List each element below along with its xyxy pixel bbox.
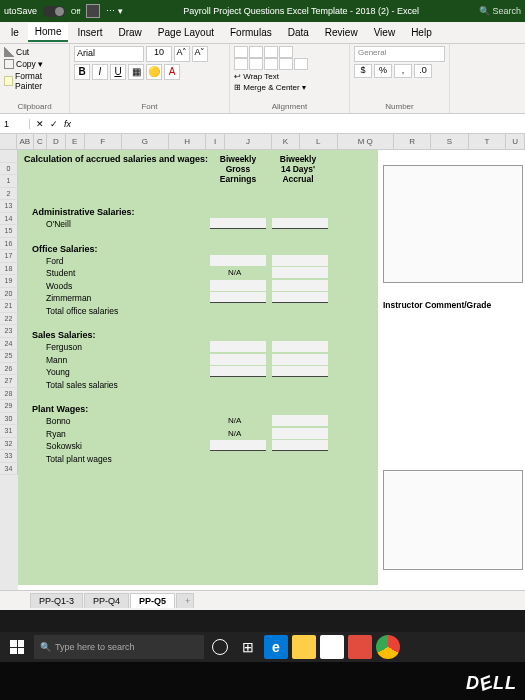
col-header[interactable]: S <box>431 134 468 149</box>
cell-input[interactable] <box>272 354 328 365</box>
tab-insert[interactable]: Insert <box>70 24 109 41</box>
fill-color-button[interactable]: 🟡 <box>146 64 162 80</box>
italic-button[interactable]: I <box>92 64 108 80</box>
sheet-tab[interactable]: PP-Q4 <box>84 593 129 608</box>
cell-input[interactable] <box>272 292 328 303</box>
row-header[interactable]: 0 <box>0 163 18 176</box>
search-button[interactable]: 🔍 Search <box>479 6 521 16</box>
edge-icon[interactable]: e <box>264 635 288 659</box>
save-icon[interactable] <box>86 4 100 18</box>
row-header[interactable]: 27 <box>0 375 18 388</box>
store-icon[interactable] <box>320 635 344 659</box>
row-header[interactable] <box>0 150 18 163</box>
col-header[interactable]: K <box>272 134 300 149</box>
tab-draw[interactable]: Draw <box>112 24 149 41</box>
explorer-icon[interactable] <box>292 635 316 659</box>
cell-input[interactable] <box>272 218 328 229</box>
row-header[interactable]: 22 <box>0 313 18 326</box>
autosave-toggle[interactable] <box>43 6 65 17</box>
add-sheet-button[interactable]: + <box>176 593 194 608</box>
cell-input[interactable] <box>210 292 266 303</box>
row-header[interactable]: 32 <box>0 438 18 451</box>
tab-home[interactable]: Home <box>28 23 69 42</box>
enter-icon[interactable]: ✓ <box>50 119 58 129</box>
cell-input[interactable] <box>210 280 266 291</box>
align-bot-button[interactable] <box>264 46 278 58</box>
bold-button[interactable]: B <box>74 64 90 80</box>
align-mid-button[interactable] <box>249 46 263 58</box>
row-header[interactable]: 2 <box>0 188 18 201</box>
tab-help[interactable]: Help <box>404 24 439 41</box>
row-header[interactable]: 30 <box>0 413 18 426</box>
tab-page-layout[interactable]: Page Layout <box>151 24 221 41</box>
cell-input[interactable] <box>210 440 266 451</box>
col-header[interactable]: D <box>47 134 66 149</box>
cell-input[interactable] <box>272 415 328 426</box>
row-header[interactable]: 15 <box>0 225 18 238</box>
row-header[interactable]: 23 <box>0 325 18 338</box>
row-header[interactable]: 14 <box>0 213 18 226</box>
cell-input[interactable] <box>210 366 266 377</box>
orient-button[interactable] <box>279 46 293 58</box>
row-header[interactable]: 20 <box>0 288 18 301</box>
wrap-text-button[interactable]: ↩ Wrap Text <box>234 72 345 81</box>
align-top-button[interactable] <box>234 46 248 58</box>
col-header[interactable]: F <box>85 134 122 149</box>
currency-button[interactable]: $ <box>354 64 372 78</box>
cut-button[interactable]: Cut <box>4 46 65 58</box>
taskbar-search[interactable]: 🔍 Type here to search <box>34 635 204 659</box>
cell-input[interactable] <box>272 428 328 439</box>
tab-formulas[interactable]: Formulas <box>223 24 279 41</box>
align-center-button[interactable] <box>249 58 263 70</box>
col-header[interactable]: C <box>34 134 47 149</box>
cell-input[interactable] <box>272 280 328 291</box>
number-format-select[interactable]: General <box>354 46 445 62</box>
start-button[interactable] <box>4 634 30 660</box>
row-header[interactable]: 28 <box>0 388 18 401</box>
row-header[interactable]: 33 <box>0 450 18 463</box>
row-header[interactable]: 31 <box>0 425 18 438</box>
cancel-icon[interactable]: ✕ <box>36 119 44 129</box>
row-header[interactable]: 25 <box>0 350 18 363</box>
row-header[interactable]: 26 <box>0 363 18 376</box>
chrome-icon[interactable] <box>376 635 400 659</box>
row-header[interactable]: 24 <box>0 338 18 351</box>
percent-button[interactable]: % <box>374 64 392 78</box>
format-painter-button[interactable]: Format Painter <box>4 70 65 92</box>
inc-decimal-button[interactable]: .0 <box>414 64 432 78</box>
row-header[interactable]: 13 <box>0 200 18 213</box>
app-icon[interactable] <box>348 635 372 659</box>
cell-input[interactable] <box>272 341 328 352</box>
cell-input[interactable] <box>272 267 328 278</box>
merge-button[interactable]: ⊞ Merge & Center ▾ <box>234 83 345 92</box>
col-header[interactable]: L <box>300 134 337 149</box>
row-header[interactable]: 29 <box>0 400 18 413</box>
col-header[interactable]: G <box>122 134 169 149</box>
row-header[interactable]: 1 <box>0 175 18 188</box>
font-color-button[interactable]: A <box>164 64 180 80</box>
indent-dec-button[interactable] <box>279 58 293 70</box>
cell-input[interactable] <box>272 366 328 377</box>
row-header[interactable]: 17 <box>0 250 18 263</box>
border-button[interactable]: ▦ <box>128 64 144 80</box>
cell-input[interactable] <box>210 354 266 365</box>
tab-data[interactable]: Data <box>281 24 316 41</box>
align-left-button[interactable] <box>234 58 248 70</box>
underline-button[interactable]: U <box>110 64 126 80</box>
row-header[interactable]: 19 <box>0 275 18 288</box>
cortana-icon[interactable] <box>212 639 228 655</box>
sheet-tab-active[interactable]: PP-Q5 <box>130 593 175 608</box>
row-header[interactable]: 21 <box>0 300 18 313</box>
fx-icon[interactable]: fx <box>64 119 71 129</box>
font-size-select[interactable]: 10 <box>146 46 172 62</box>
tab-file[interactable]: le <box>4 24 26 41</box>
col-header[interactable]: U <box>506 134 525 149</box>
col-header[interactable]: AB <box>17 134 34 149</box>
col-header[interactable]: T <box>469 134 506 149</box>
taskview-icon[interactable]: ⊞ <box>236 635 260 659</box>
row-header[interactable]: 34 <box>0 463 18 476</box>
col-header[interactable]: I <box>206 134 225 149</box>
grow-font-button[interactable]: A˄ <box>174 46 190 62</box>
cell-input[interactable] <box>210 255 266 266</box>
comma-button[interactable]: , <box>394 64 412 78</box>
